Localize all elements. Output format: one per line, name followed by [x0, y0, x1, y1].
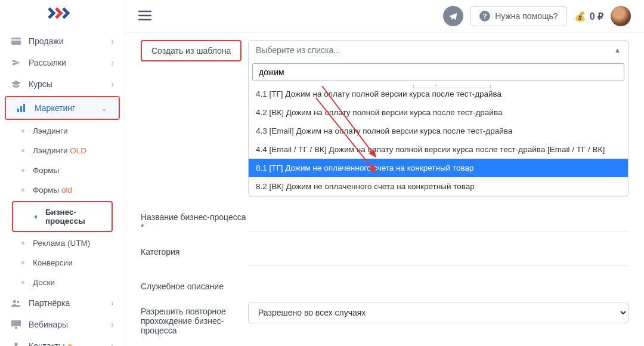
coins-icon: 💰 [574, 11, 586, 22]
svg-rect-3 [20, 106, 22, 112]
chevron-right-icon: › [111, 58, 114, 67]
svg-rect-4 [23, 104, 25, 112]
users-icon [11, 299, 21, 307]
svg-rect-2 [17, 109, 19, 112]
grad-icon [11, 80, 21, 88]
topbar: ? Нужна помощь? 💰 0 ₽ [125, 0, 644, 33]
bullet-icon [21, 149, 24, 152]
svg-point-5 [13, 300, 16, 303]
notification-dot [68, 344, 72, 347]
form-area: Создать из шаблона Выберите из списка...… [125, 33, 644, 346]
dropdown-option[interactable]: 4.2 [ВК] Дожим на оплату полной версии к… [249, 103, 628, 122]
bullet-icon [21, 189, 24, 191]
user-avatar[interactable] [611, 6, 631, 26]
field-name-label: Название бизнес-процесса * [141, 208, 248, 231]
dropdown-option[interactable]: 4.3 [Email] Дожим на оплату полной верси… [249, 122, 628, 140]
bullet-icon [35, 215, 37, 218]
bullet-icon [21, 281, 24, 284]
field-repeat-label: Разрешить повторное прохождение бизнес-п… [141, 302, 248, 335]
subnav-Лэндинги[interactable]: Лэндинги [0, 121, 125, 141]
dropdown-option[interactable]: 8.1 [ТГ] Дожим не оплаченного счета на к… [249, 159, 628, 177]
svg-rect-0 [11, 38, 21, 45]
select-header[interactable]: Выберите из списка... ▲ [249, 41, 628, 60]
nav-Партнёрка[interactable]: Партнёрка› [0, 292, 125, 314]
create-from-template-button[interactable]: Создать из шаблона [141, 40, 242, 61]
subnav-Реклама (UTM)[interactable]: Реклама (UTM) [0, 233, 125, 253]
dropdown-option[interactable]: 8.2 [ВК] Дожим не оплаченного счета на к… [249, 177, 628, 196]
chevron-right-icon: › [111, 298, 114, 308]
chevron-right-icon: › [111, 320, 114, 329]
svg-rect-1 [11, 39, 21, 41]
field-desc-label: Служебное описание [141, 277, 248, 291]
help-icon: ? [479, 11, 490, 21]
subnav-Лэндинги[interactable]: Лэндинги OLD [0, 141, 125, 160]
logo [0, 0, 125, 30]
menu-toggle-icon[interactable] [138, 10, 151, 23]
svg-rect-8 [15, 327, 17, 329]
dropdown-search-input[interactable] [252, 63, 624, 81]
send-icon [11, 58, 21, 67]
subnav-Формы[interactable]: Формы old [0, 180, 125, 200]
dropdown-option[interactable]: 4.1 [ТГ] Дожим на оплату полной версии к… [249, 85, 628, 103]
bullet-icon [21, 169, 24, 172]
chevron-right-icon: › [111, 36, 114, 46]
people-icon [11, 342, 21, 346]
nav-Маркетинг[interactable]: Маркетинг⌄ [6, 97, 119, 119]
card-icon [11, 38, 21, 45]
balance-display[interactable]: 💰 0 ₽ [574, 11, 603, 22]
nav-Вебинары[interactable]: Вебинары› [0, 314, 125, 335]
bullet-icon [21, 261, 24, 264]
nav-Рассылки[interactable]: Рассылки› [0, 52, 125, 73]
chevron-right-icon: › [111, 79, 114, 89]
svg-rect-7 [11, 320, 21, 326]
help-button[interactable]: ? Нужна помощь? [470, 6, 566, 26]
telegram-button[interactable] [443, 6, 463, 26]
chevron-right-icon: › [111, 341, 114, 346]
dropdown-option[interactable]: 4.4 [Email / ТГ / ВК] Дожим на оплату по… [249, 140, 628, 159]
bullet-icon [21, 242, 24, 245]
bullet-icon [21, 129, 24, 132]
sidebar: Продажи›Рассылки›Курсы›Маркетинг⌄Лэндинг… [0, 0, 125, 346]
help-label: Нужна помощь? [495, 11, 558, 21]
dropdown-options: Выберите из списка... 4.1 [ТГ] Дожим на … [249, 85, 628, 196]
subnav-Формы[interactable]: Формы [0, 160, 125, 180]
nav-Курсы[interactable]: Курсы› [0, 73, 125, 95]
svg-point-6 [17, 301, 19, 303]
nav-Продажи[interactable]: Продажи› [0, 30, 125, 52]
caret-up-icon: ▲ [614, 47, 621, 54]
chart-icon [17, 104, 27, 112]
template-select[interactable]: Выберите из списка... ▲ Выберите из спис… [248, 40, 628, 196]
field-category-label: Категория [141, 242, 248, 257]
subnav-Доски[interactable]: Доски [0, 273, 125, 292]
nav-Контакты[interactable]: Контакты› [0, 335, 125, 346]
screen-icon [11, 320, 21, 329]
subnav-Конверсии[interactable]: Конверсии [0, 253, 125, 273]
svg-point-9 [14, 342, 18, 346]
repeat-select[interactable]: Разрешено во всех случаях [248, 302, 628, 323]
chevron-down-icon: ⌄ [101, 103, 108, 113]
subnav-Бизнес-процессы[interactable]: Бизнес-процессы [13, 202, 112, 231]
